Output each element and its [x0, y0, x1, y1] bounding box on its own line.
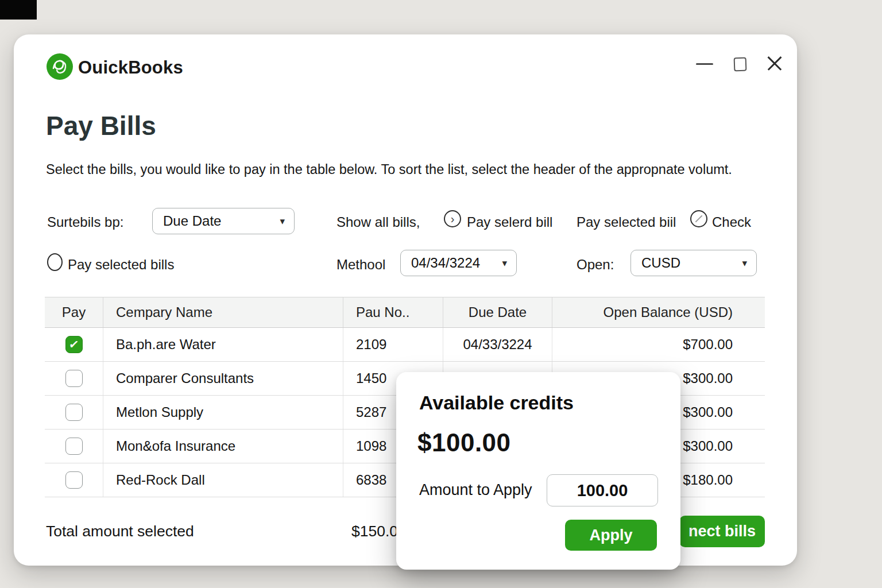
- method-label: Methool: [336, 257, 385, 273]
- open-label: Open:: [577, 257, 614, 273]
- pay-selected-bills-checkbox[interactable]: [47, 253, 63, 271]
- available-credits-popup: Available credits $100.00 Amount to Appl…: [396, 372, 680, 570]
- currency-dropdown[interactable]: CUSD ▾: [630, 250, 757, 276]
- company-name-cell: Metlon Supply: [103, 396, 343, 429]
- chevron-down-icon: ▾: [494, 257, 507, 269]
- chevron-down-icon: ▾: [272, 215, 285, 227]
- chevron-right-icon: ›: [451, 212, 455, 226]
- table-header-row: Pay Cempary Name Pau No.. Due Date Open …: [45, 297, 765, 328]
- sort-bills-label: Surtebils bp:: [47, 214, 123, 230]
- company-name-cell: Red-Rock Dall: [103, 463, 343, 497]
- header-pay[interactable]: Pay: [45, 297, 103, 327]
- total-amount-value: $150.0: [351, 523, 398, 540]
- company-name-cell: Comparer Consultants: [103, 362, 343, 395]
- pay-select-bill-label: Pay selerd bill: [467, 214, 552, 230]
- row-checkbox[interactable]: ✓: [65, 404, 83, 421]
- close-button[interactable]: [766, 55, 783, 72]
- check-label: Check: [712, 214, 751, 230]
- currency-value: CUSD: [641, 255, 680, 271]
- pay-select-bill-radio[interactable]: ›: [444, 210, 461, 227]
- credits-amount: $100.00: [417, 428, 511, 457]
- sort-by-dropdown[interactable]: Due Date ▾: [152, 208, 295, 234]
- method-date-value: 04/34/3224: [411, 255, 480, 271]
- row-checkbox[interactable]: ✓: [65, 336, 83, 353]
- due-date-cell: 04/33/3224: [443, 328, 552, 361]
- screen-corner-artifact: [0, 0, 37, 20]
- app-title: OuickBooks: [78, 57, 183, 78]
- chevron-down-icon: ▾: [734, 257, 747, 269]
- minimize-button[interactable]: [696, 63, 713, 65]
- header-due-date[interactable]: Due Date: [443, 297, 552, 327]
- credits-popup-title: Available credits: [419, 392, 574, 414]
- amount-to-apply-input[interactable]: [547, 474, 658, 506]
- company-name-cell: Mon&ofa Insurance: [103, 430, 343, 463]
- pay-selected-biil-label: Pay selected biil: [577, 214, 676, 230]
- check-icon: ✓: [68, 337, 80, 352]
- bill-no-cell: 2109: [343, 328, 443, 361]
- maximize-button[interactable]: [734, 57, 747, 72]
- header-open-balance[interactable]: Open Balance (USD): [552, 297, 765, 327]
- page-title: Pay Bills: [46, 110, 156, 141]
- row-checkbox[interactable]: ✓: [65, 471, 83, 489]
- balance-cell: $700.00: [552, 328, 765, 361]
- row-checkbox[interactable]: ✓: [65, 370, 83, 387]
- apply-button[interactable]: Apply: [565, 520, 657, 551]
- method-date-dropdown[interactable]: 04/34/3224 ▾: [400, 250, 517, 276]
- header-company-name[interactable]: Cempary Name: [103, 297, 343, 327]
- page-description: Select the bills, you would like to pay …: [46, 160, 765, 180]
- header-bill-no[interactable]: Pau No..: [343, 297, 443, 327]
- row-checkbox[interactable]: ✓: [65, 438, 83, 455]
- table-row: ✓ Ba.ph.are Water 2109 04/33/3224 $700.0…: [45, 328, 765, 362]
- check-radio[interactable]: [690, 210, 707, 227]
- pay-bills-action-button[interactable]: nect bills: [679, 516, 765, 547]
- show-all-bills-label: Show all bills,: [336, 214, 420, 230]
- total-amount-label: Total amount selected: [46, 523, 194, 540]
- amount-to-apply-label: Amount to Apply: [419, 481, 532, 499]
- pay-selected-bills-label: Pay selected bills: [68, 257, 174, 273]
- slash-icon: [695, 215, 703, 223]
- sort-by-value: Due Date: [163, 213, 221, 229]
- company-name-cell: Ba.ph.are Water: [103, 328, 343, 361]
- quickbooks-logo-icon: [46, 53, 74, 80]
